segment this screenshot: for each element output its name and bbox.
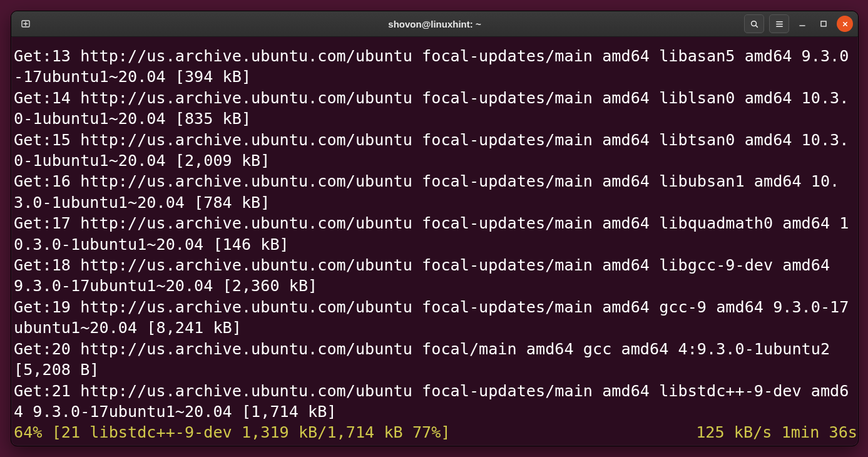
progress-right: 125 kB/s 1min 36s	[696, 422, 857, 443]
terminal-line: Get:14 http://us.archive.ubuntu.com/ubun…	[14, 89, 849, 128]
terminal-line: Get:20 http://us.archive.ubuntu.com/ubun…	[14, 340, 839, 379]
hamburger-icon	[775, 19, 784, 29]
terminal-window: shovon@linuxhint: ~	[11, 11, 859, 446]
terminal-line: Get:18 http://us.archive.ubuntu.com/ubun…	[14, 256, 839, 295]
maximize-icon	[820, 20, 827, 28]
svg-rect-2	[821, 21, 826, 26]
progress-left: 64% [21 libstdc++-9-dev 1,319 kB/1,714 k…	[14, 422, 451, 443]
terminal-line: Get:15 http://us.archive.ubuntu.com/ubun…	[14, 131, 849, 170]
minimize-icon	[799, 20, 806, 28]
terminal-line: Get:17 http://us.archive.ubuntu.com/ubun…	[14, 214, 849, 253]
new-tab-icon	[21, 19, 31, 29]
progress-line: 64% [21 libstdc++-9-dev 1,319 kB/1,714 k…	[14, 422, 857, 443]
close-icon	[842, 21, 849, 28]
minimize-button[interactable]	[794, 16, 810, 32]
terminal-body[interactable]: Get:13 http://us.archive.ubuntu.com/ubun…	[11, 37, 858, 446]
new-tab-button[interactable]	[16, 15, 35, 33]
terminal-line: Get:16 http://us.archive.ubuntu.com/ubun…	[14, 172, 839, 211]
titlebar[interactable]: shovon@linuxhint: ~	[11, 11, 858, 37]
close-button[interactable]	[837, 16, 853, 32]
terminal-line: Get:13 http://us.archive.ubuntu.com/ubun…	[14, 47, 849, 86]
terminal-line: Get:19 http://us.archive.ubuntu.com/ubun…	[14, 298, 849, 337]
window-title: shovon@linuxhint: ~	[11, 19, 858, 29]
terminal-line: Get:21 http://us.archive.ubuntu.com/ubun…	[14, 382, 849, 421]
search-icon	[750, 19, 759, 29]
search-button[interactable]	[744, 14, 764, 33]
menu-button[interactable]	[769, 14, 789, 33]
maximize-button[interactable]	[815, 16, 832, 32]
